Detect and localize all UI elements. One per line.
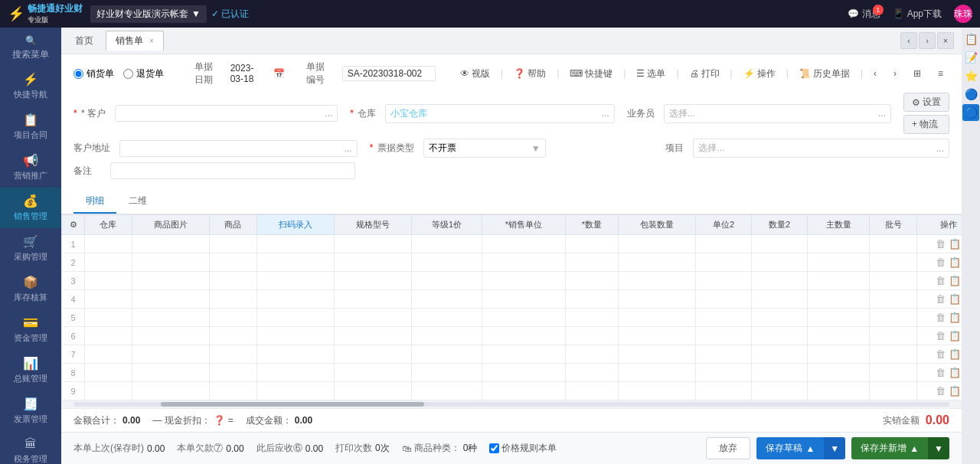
tab-home[interactable]: 首页 bbox=[69, 31, 100, 51]
row-unit2-4[interactable] bbox=[696, 290, 752, 309]
row-price1-2[interactable] bbox=[411, 253, 482, 272]
row-copy-5[interactable]: 📋 bbox=[949, 312, 961, 323]
row-unit-7[interactable] bbox=[482, 345, 566, 364]
row-img-7[interactable] bbox=[132, 345, 209, 364]
scroll-thumb[interactable] bbox=[161, 402, 423, 407]
row-qty2-4[interactable] bbox=[752, 290, 808, 309]
rp-icon-3[interactable]: ⭐ bbox=[962, 67, 979, 84]
warehouse-input[interactable]: 小宝仓库 ... bbox=[385, 104, 614, 123]
row-qty2-3[interactable] bbox=[752, 272, 808, 290]
row-product-9[interactable] bbox=[209, 382, 256, 400]
radio-return[interactable]: 退货单 bbox=[123, 67, 164, 80]
row-spec-3[interactable] bbox=[334, 272, 411, 290]
row-scan-8[interactable] bbox=[256, 364, 334, 382]
nav-next[interactable]: › bbox=[919, 32, 936, 49]
row-price1-4[interactable] bbox=[411, 290, 482, 309]
row-spec-5[interactable] bbox=[334, 309, 411, 327]
col-settings[interactable]: ⚙ bbox=[62, 215, 85, 235]
row-scan-7[interactable] bbox=[256, 345, 334, 364]
row-img-1[interactable] bbox=[132, 235, 209, 253]
row-price1-3[interactable] bbox=[411, 272, 482, 290]
row-main-qty-8[interactable] bbox=[807, 364, 869, 382]
row-qty2-8[interactable] bbox=[752, 364, 808, 382]
row-batch-7[interactable] bbox=[870, 345, 917, 364]
row-copy-8[interactable]: 📋 bbox=[949, 367, 961, 378]
row-spec-8[interactable] bbox=[334, 364, 411, 382]
row-main-qty-9[interactable] bbox=[807, 382, 869, 400]
row-unit-4[interactable] bbox=[482, 290, 566, 309]
row-scan-4[interactable] bbox=[256, 290, 334, 309]
tab-detail[interactable]: 明细 bbox=[74, 190, 116, 214]
row-scan-6[interactable] bbox=[256, 327, 334, 345]
row-scan-3[interactable] bbox=[256, 272, 334, 290]
row-warehouse-5[interactable] bbox=[85, 309, 132, 327]
customer-input[interactable]: ... bbox=[115, 105, 338, 122]
note-input[interactable] bbox=[110, 162, 355, 179]
row-batch-1[interactable] bbox=[870, 235, 917, 253]
row-qty2-7[interactable] bbox=[752, 345, 808, 364]
radio-sales[interactable]: 销货单 bbox=[74, 67, 114, 80]
row-spec-1[interactable] bbox=[334, 235, 411, 253]
price-check-box[interactable] bbox=[489, 443, 499, 453]
row-delete-5[interactable]: 🗑 bbox=[936, 312, 946, 323]
row-unit-6[interactable] bbox=[482, 327, 566, 345]
row-delete-3[interactable]: 🗑 bbox=[936, 275, 946, 286]
row-qty-9[interactable] bbox=[565, 382, 619, 400]
row-price1-6[interactable] bbox=[411, 327, 482, 345]
col-scan[interactable]: 扫码录入 bbox=[256, 215, 334, 235]
row-product-6[interactable] bbox=[209, 327, 256, 345]
row-batch-3[interactable] bbox=[870, 272, 917, 290]
abandon-button[interactable]: 放弃 bbox=[706, 437, 750, 459]
row-unit2-7[interactable] bbox=[696, 345, 752, 364]
row-copy-9[interactable]: 📋 bbox=[949, 385, 961, 397]
add-logistics-button[interactable]: + 物流 bbox=[903, 115, 949, 134]
row-qty-5[interactable] bbox=[565, 309, 619, 327]
row-spec-9[interactable] bbox=[334, 382, 411, 400]
address-dots[interactable]: ... bbox=[345, 143, 352, 154]
row-pack-2[interactable] bbox=[619, 253, 696, 272]
invoice-select[interactable]: 不开票 ▼ bbox=[423, 139, 546, 158]
toolbar-grid[interactable]: ⊞ bbox=[907, 66, 927, 81]
row-warehouse-1[interactable] bbox=[85, 235, 132, 253]
row-batch-8[interactable] bbox=[870, 364, 917, 382]
row-main-qty-1[interactable] bbox=[807, 235, 869, 253]
row-delete-7[interactable]: 🗑 bbox=[936, 348, 946, 360]
salesperson-input[interactable]: 选择... ... bbox=[664, 104, 891, 123]
order-number-input[interactable] bbox=[342, 66, 436, 81]
user-avatar[interactable]: 珠珠 bbox=[954, 5, 972, 23]
row-delete-8[interactable]: 🗑 bbox=[936, 367, 946, 378]
toolbar-left[interactable]: ‹ bbox=[867, 66, 883, 81]
row-unit-8[interactable] bbox=[482, 364, 566, 382]
row-warehouse-8[interactable] bbox=[85, 364, 132, 382]
message-btn[interactable]: 💬 消息 1 bbox=[848, 8, 880, 21]
address-input[interactable]: ... bbox=[119, 140, 358, 157]
sidebar-item-ledger[interactable]: 📊 总账管理 bbox=[0, 350, 61, 390]
row-batch-5[interactable] bbox=[870, 309, 917, 327]
row-main-qty-6[interactable] bbox=[807, 327, 869, 345]
row-warehouse-3[interactable] bbox=[85, 272, 132, 290]
row-delete-1[interactable]: 🗑 bbox=[936, 238, 946, 250]
customer-dots[interactable]: ... bbox=[325, 108, 332, 119]
row-product-7[interactable] bbox=[209, 345, 256, 364]
rp-icon-4[interactable]: 🔵 bbox=[962, 86, 979, 103]
row-img-5[interactable] bbox=[132, 309, 209, 327]
row-pack-5[interactable] bbox=[619, 309, 696, 327]
toolbar-history[interactable]: 📜 历史单据 bbox=[793, 65, 856, 83]
row-qty-7[interactable] bbox=[565, 345, 619, 364]
row-warehouse-4[interactable] bbox=[85, 290, 132, 309]
row-qty-3[interactable] bbox=[565, 272, 619, 290]
sidebar-item-inventory[interactable]: 📦 库存核算 bbox=[0, 269, 61, 309]
sidebar-item-invoice[interactable]: 🧾 发票管理 bbox=[0, 390, 61, 431]
row-spec-7[interactable] bbox=[334, 345, 411, 364]
row-scan-2[interactable] bbox=[256, 253, 334, 272]
row-unit-3[interactable] bbox=[482, 272, 566, 290]
row-img-9[interactable] bbox=[132, 382, 209, 400]
rp-icon-2[interactable]: 📝 bbox=[962, 49, 979, 66]
row-batch-2[interactable] bbox=[870, 253, 917, 272]
toolbar-shortcut[interactable]: ⌨ 快捷键 bbox=[564, 65, 619, 83]
sidebar-item-project[interactable]: 📋 项目合同 bbox=[0, 106, 61, 147]
sidebar-item-purchase[interactable]: 🛒 采购管理 bbox=[0, 228, 61, 269]
row-delete-6[interactable]: 🗑 bbox=[936, 330, 946, 341]
save-draft-dropdown[interactable]: ▼ bbox=[824, 437, 845, 459]
row-delete-4[interactable]: 🗑 bbox=[936, 293, 946, 305]
